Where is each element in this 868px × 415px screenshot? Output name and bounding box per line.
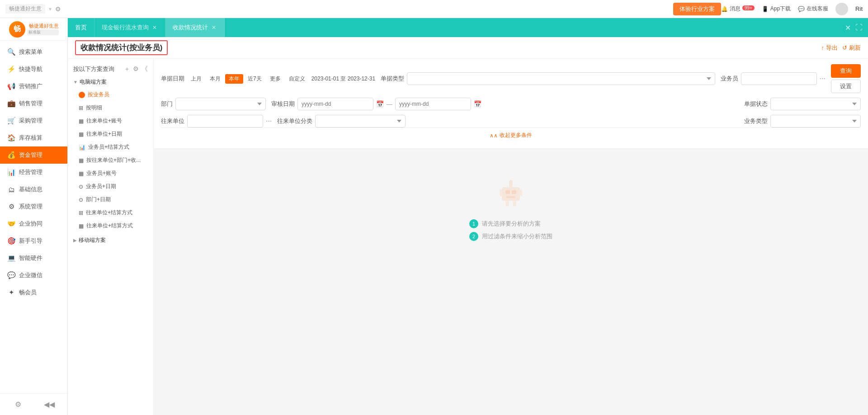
download-icon: 📱 [762,6,769,12]
salesperson-label: 业务员 [721,75,738,83]
review-date-start[interactable] [297,98,373,110]
user-avatar[interactable] [835,3,848,15]
app-download-button[interactable]: 📱 App下载 [762,5,791,13]
mobile-section: ▶ 移动端方案 [68,234,153,248]
svg-rect-0 [502,187,520,201]
settings-icon[interactable]: ⚙ [55,5,61,13]
sidebar-item-purchase[interactable]: 🛒 采购管理 [0,112,67,129]
lp-item-salesperson-date[interactable]: ⊙ 业务员+日期 [68,180,153,193]
tab-collection-close[interactable]: ✕ [211,24,217,32]
svg-rect-9 [513,201,516,206]
calendar-icon-2[interactable]: 📅 [474,100,481,108]
svg-rect-8 [505,201,509,206]
biz-type-select[interactable] [770,115,861,127]
date-tabs: 上月 本月 本年 近7天 更多 自定义 [187,74,309,84]
tab-expand-btn[interactable]: ⛶ [855,24,863,32]
query-button[interactable]: 查询 [831,64,861,78]
sidebar-item-wechat[interactable]: 💬 企业微信 [0,267,67,284]
tab-home[interactable]: 首页 [68,18,94,37]
biz-type-label: 业务类型 [744,117,768,125]
sidebar-settings-button[interactable]: ⚙ [4,397,33,411]
sidebar-item-ops[interactable]: 📊 经营管理 [0,164,67,181]
date-tab-last-month[interactable]: 上月 [187,74,205,84]
sidebar-item-hardware[interactable]: 💻 智能硬件 [0,250,67,267]
lp-item-by-salesperson[interactable]: 按业务员 [68,88,153,101]
counterpart-cell: 往来单位 ··· [161,115,272,127]
date-tab-this-year[interactable]: 本年 [225,74,243,84]
sidebar-item-sales[interactable]: 💼 销售管理 [0,95,67,112]
counterpart-category-select[interactable] [315,115,406,127]
lp-add-button[interactable]: ＋ [124,65,130,73]
doc-type-select[interactable] [407,72,715,85]
lp-collapse-button[interactable]: 《 [142,65,148,73]
date-tab-more[interactable]: 更多 [266,74,284,84]
collapse-bar[interactable]: ∧∧ 收起更多条件 [161,127,861,143]
counterpart-dots[interactable]: ··· [266,117,272,125]
lp-item-salesperson-account[interactable]: ▦ 业务员+账号 [68,167,153,180]
refresh-label: 刷新 [849,44,861,52]
lp-settings-button[interactable]: ⚙ [133,65,139,73]
date-tab-this-month[interactable]: 本月 [206,74,224,84]
lp-item-counterpart-settlement1[interactable]: ⊞ 往来单位+结算方式 [68,206,153,219]
salesperson-input[interactable] [741,72,817,85]
biz-type-cell: 业务类型 [744,115,861,127]
lp-item-dept-date[interactable]: ⊙ 部门+日期 [68,193,153,206]
date-tab-7days[interactable]: 近7天 [244,74,265,84]
svg-rect-2 [512,190,516,194]
export-button[interactable]: ↑ 导出 [821,44,838,52]
sidebar-item-system[interactable]: ⚙ 系统管理 [0,198,67,215]
sidebar-item-search[interactable]: 🔍 搜索菜单 [0,43,67,61]
counterpart-input[interactable] [187,115,263,127]
empty-tip-2: 2 用过滤条件来缩小分析范围 [469,232,552,241]
sidebar-item-vip[interactable]: ✦ 畅会员 [0,284,67,301]
lp-item-salesperson-settlement[interactable]: 📊 业务员+结算方式 [68,141,153,154]
desktop-section-header[interactable]: ▼ 电脑端方案 [68,76,153,88]
review-date-end[interactable] [395,98,471,110]
sidebar-item-inventory[interactable]: 🏠 库存核算 [0,129,67,146]
lp-item-counterpart-date[interactable]: ▦ 往来单位+日期 [68,127,153,141]
date-tab-custom[interactable]: 自定义 [285,74,309,84]
settings-button[interactable]: 设置 [831,80,861,93]
sidebar-collapse-button[interactable]: ◀◀ [35,397,64,411]
tab-close-btn[interactable]: ✕ [845,24,851,32]
main-layout: 畅 畅捷通好生意 标准版 🔍 搜索菜单 ⚡ 快捷导航 📢 营销推广 💼 销售管理 [0,18,868,415]
calendar-icon-1[interactable]: 📅 [376,100,384,108]
tab-bank[interactable]: 现金银行流水查询 ✕ [94,18,165,37]
sidebar-item-enterprise[interactable]: 🤝 企业协同 [0,215,67,232]
empty-icon [493,176,529,212]
sidebar-item-quick[interactable]: ⚡ 快捷导航 [0,61,67,78]
refresh-button[interactable]: ↺ 刷新 [842,44,861,52]
date-range-text: 2023-01-01 至 2023-12-31 [311,75,375,83]
messages-button[interactable]: 🔔 消息 99+ [721,5,755,13]
date-label: 单据日期 [161,75,184,83]
lp-item-counterpart-account[interactable]: ▦ 往来单位+账号 [68,114,153,127]
tab-collection[interactable]: 收款情况统计 ✕ [165,18,225,37]
tip-text-2: 用过滤条件来缩小分析范围 [482,232,552,241]
sidebar-item-basic[interactable]: 🗂 基础信息 [0,181,67,198]
doc-status-select[interactable] [770,98,861,110]
doc-status-cell: 单据状态 [744,98,861,110]
lp-item-counterpart-settlement2[interactable]: ▦ 往来单位+结算方式 [68,219,153,232]
inventory-icon: 🏠 [7,134,15,142]
dept-cell: 部门 [161,98,266,110]
mobile-section-header[interactable]: ▶ 移动端方案 [68,234,153,246]
content-area: 首页 现金银行流水查询 ✕ 收款情况统计 ✕ ✕ ⛶ 收款情况统计(按业务员) [68,18,868,415]
filter-row-3: 往来单位 ··· 往来单位分类 业务类型 [161,115,861,127]
lp-item-counterpart-dept[interactable]: ▦ 按往来单位+部门+收... [68,154,153,167]
dept-select[interactable] [175,98,266,110]
sidebar-item-guide[interactable]: 🎯 新手引导 [0,232,67,250]
sidebar-item-finance[interactable]: 💰 资金管理 [0,146,67,164]
body-area: 按以下方案查询 ＋ ⚙ 《 ▼ 电脑端方案 [68,59,868,415]
online-service-button[interactable]: 💬 在线客服 [798,5,828,13]
lp-item-label-by-detail: 按明细 [86,104,102,112]
tab-bank-close[interactable]: ✕ [151,24,158,32]
lp-item-by-detail[interactable]: ⊞ 按明细 [68,101,153,114]
salesperson-dots[interactable]: ··· [820,75,826,83]
tab-bar-right: ✕ ⛶ [845,24,868,32]
export-icon: ↑ [821,44,825,51]
table-icon-4: ▦ [79,170,84,177]
sidebar-item-marketing[interactable]: 📢 营销推广 [0,78,67,95]
page-actions: ↑ 导出 ↺ 刷新 [821,44,861,52]
trial-button[interactable]: 体验行业方案 [673,3,721,15]
enterprise-icon: 🤝 [7,220,15,228]
